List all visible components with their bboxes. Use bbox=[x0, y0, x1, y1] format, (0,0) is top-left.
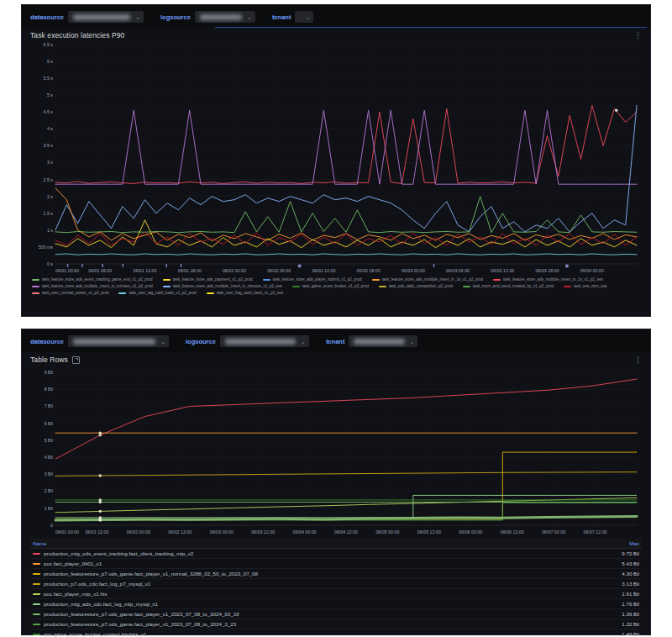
series-max-value: 9.70 Bil bbox=[622, 550, 639, 556]
column-header-max[interactable]: Max bbox=[629, 540, 639, 546]
legend-item[interactable]: task_user_tag_cash_back_v1_p2_prod bbox=[118, 291, 196, 295]
series-line bbox=[55, 105, 637, 183]
legend-color-dash bbox=[292, 286, 300, 287]
divider-accent bbox=[215, 27, 647, 28]
filter-label: tenant bbox=[272, 13, 291, 21]
table-row[interactable]: production_featurestore_p7.ods_game.fact… bbox=[30, 569, 642, 579]
table-row[interactable]: production_mtg_ads_cdc.fact_log_mtp_mysq… bbox=[30, 599, 642, 609]
legend-label: task_game_score_bucket_v1_p2_prod bbox=[302, 284, 369, 288]
series-table: Name Max production_mtg_ods_event_tracki… bbox=[30, 539, 642, 637]
panel-table-rows: datasource⌄logsource⌄tenant⌄ Table Rows … bbox=[21, 329, 651, 635]
table-row[interactable]: production_mtg_ods_event_tracking.fact_c… bbox=[30, 549, 642, 559]
redacted-text bbox=[200, 14, 242, 20]
svg-text:06/07 12:00: 06/07 12:00 bbox=[584, 529, 607, 534]
svg-text:3 s: 3 s bbox=[47, 160, 53, 165]
series-color-dash bbox=[33, 563, 40, 565]
svg-text:06/05 12:00: 06/05 12:00 bbox=[417, 529, 441, 534]
legend-label: task_feature_store_ads_multiple_insert_i… bbox=[173, 284, 282, 288]
series-table-header: Name Max bbox=[30, 539, 642, 549]
x-axis-labels: 06/01 00:0006/01 12:0006/02 00:0006/02 1… bbox=[55, 529, 607, 534]
series-line bbox=[55, 110, 637, 184]
svg-text:6 Bil: 6 Bil bbox=[45, 421, 53, 426]
svg-text:1 Bil: 1 Bil bbox=[45, 506, 53, 511]
table-row[interactable]: poc.fact_player_0401_v15.43 Bil bbox=[30, 559, 642, 569]
series-name: production_p7.ods_cdc.fact_log_p7_mysql_… bbox=[44, 581, 622, 587]
table-row[interactable]: production_featurestore_p7.ods_game.fact… bbox=[30, 619, 642, 629]
filter-value-redacted[interactable]: ⌄ bbox=[68, 335, 169, 347]
legend-item[interactable]: task_game_score_bucket_v1_p2_prod bbox=[292, 284, 369, 288]
legend-label: task_test_otzn_exp bbox=[574, 284, 607, 288]
legend-item[interactable]: task_feature_store_ads_event_tracking_ga… bbox=[32, 277, 153, 282]
panel-menu-icon[interactable]: ⋮ bbox=[634, 356, 642, 364]
series-max-value: 1.36 Bil bbox=[622, 611, 639, 617]
panel-link-icon[interactable] bbox=[72, 356, 80, 364]
filter-value-redacted[interactable]: ⌄ bbox=[68, 11, 144, 23]
legend-item[interactable]: task_feature_store_ads_multiple_insert_i… bbox=[372, 277, 484, 282]
filter-value-redacted[interactable]: ⌄ bbox=[220, 335, 309, 347]
legend-color-dash bbox=[372, 279, 380, 281]
series-max-value: 1.49 Bil bbox=[622, 631, 639, 637]
legend-color-dash bbox=[118, 292, 126, 294]
svg-text:6 s: 6 s bbox=[47, 59, 53, 64]
legend-color-dash bbox=[463, 286, 470, 287]
chevron-down-icon: ⌄ bbox=[305, 14, 310, 20]
table-row[interactable]: poc.game_score_bucket_context.hisdata_v1… bbox=[30, 629, 642, 637]
column-header-name[interactable]: Name bbox=[33, 540, 47, 546]
filter-label: datasource bbox=[30, 338, 64, 345]
svg-text:06/06 00:00: 06/06 00:00 bbox=[459, 529, 482, 534]
table-rows-chart[interactable]: 01 Bil2 Bil3 Bil4 Bil5 Bil6 Bil7 Bil8 Bi… bbox=[30, 366, 640, 536]
legend-label: task_user_flag_cash_back_v1_p2_test bbox=[217, 291, 283, 295]
legend-item[interactable]: task_test_otzn_exp bbox=[564, 284, 607, 288]
legend-item[interactable]: task_room_and_seed_created_by_v1_p2_prod bbox=[463, 284, 554, 288]
svg-text:2 s: 2 s bbox=[47, 194, 53, 199]
filter-value-redacted[interactable]: ⌄ bbox=[295, 11, 313, 23]
x-axis-labels: 06/01 00:0006/01 06:0006/01 12:0006/01 1… bbox=[55, 268, 604, 273]
chevron-down-icon: ⌄ bbox=[247, 14, 252, 20]
series-name: production_featurestore_p7.ods_game.fact… bbox=[44, 621, 622, 627]
series-name: poc.game_score_bucket_context.hisdata_v1 bbox=[44, 631, 622, 637]
filter-group: tenant⌄ bbox=[272, 11, 313, 23]
filter-group: tenant⌄ bbox=[326, 335, 418, 347]
panel-menu-icon[interactable]: ⋮ bbox=[634, 32, 642, 39]
svg-text:06/03 00:00: 06/03 00:00 bbox=[402, 268, 425, 273]
legend-item[interactable]: task_feature_store_ads_multiple_insert_i… bbox=[493, 277, 603, 282]
chevron-down-icon: ⌄ bbox=[135, 14, 140, 20]
svg-text:06/02 00:00: 06/02 00:00 bbox=[127, 529, 150, 534]
filter-value-redacted[interactable]: ⌄ bbox=[349, 335, 417, 347]
chevron-down-icon: ⌄ bbox=[410, 339, 415, 345]
svg-text:3.5 s: 3.5 s bbox=[44, 143, 54, 148]
svg-text:0 s: 0 s bbox=[47, 261, 53, 266]
svg-text:06/01 00:00: 06/01 00:00 bbox=[55, 529, 79, 534]
svg-text:06/03 18:00: 06/03 18:00 bbox=[536, 268, 559, 273]
svg-text:2 Bil: 2 Bil bbox=[45, 488, 53, 493]
legend-color-dash bbox=[263, 279, 270, 281]
y-axis-labels: 01 Bil2 Bil3 Bil4 Bil5 Bil6 Bil7 Bil8 Bi… bbox=[45, 370, 53, 528]
legend-item[interactable]: task_user_combat_power_v1_p2_prod bbox=[32, 291, 108, 295]
table-row[interactable]: poc.fact_player_mtp_v1.his1.61 Bil bbox=[30, 589, 642, 599]
svg-text:06/03 06:00: 06/03 06:00 bbox=[446, 268, 470, 273]
legend-label: task_feature_store_ads_multiple_insert_i… bbox=[42, 284, 153, 288]
legend-item[interactable]: task_user_flag_cash_back_v1_p2_test bbox=[207, 291, 283, 295]
svg-text:06/01 12:00: 06/01 12:00 bbox=[133, 268, 156, 273]
legend-item[interactable]: task_feature_store_ads_payment_v1_p2_pro… bbox=[163, 277, 253, 282]
filter-group: datasource⌄ bbox=[30, 11, 144, 23]
latency-chart[interactable]: 0 s500 ms1 s1.5 s2 s2.5 s3 s3.5 s4 s4.5 … bbox=[30, 41, 640, 275]
legend-label: task_feature_store_ads_payment_v1_p2_pro… bbox=[173, 277, 253, 282]
legend-item[interactable]: task_feature_store_ads_player_submit_v1_… bbox=[263, 277, 362, 282]
filter-value-redacted[interactable]: ⌄ bbox=[195, 11, 255, 23]
legend-item[interactable]: task_pds_daily_compaction_p2_prod bbox=[379, 284, 453, 288]
redacted-text bbox=[73, 14, 130, 20]
svg-text:06/02 12:00: 06/02 12:00 bbox=[168, 529, 192, 534]
legend-color-dash bbox=[32, 292, 39, 294]
redacted-text bbox=[354, 339, 404, 345]
legend-item[interactable]: task_feature_store_ads_multiple_insert_i… bbox=[163, 284, 282, 288]
legend-item[interactable]: task_feature_store_ads_multiple_insert_i… bbox=[32, 284, 153, 288]
legend-color-dash bbox=[493, 279, 501, 281]
grid-lines bbox=[55, 45, 637, 264]
panel-title: Task execution latencies P90 bbox=[30, 31, 124, 39]
legend-label: task_user_combat_power_v1_p2_prod bbox=[42, 291, 108, 295]
table-row[interactable]: production_featurestore_p7.ods_game.fact… bbox=[30, 609, 642, 619]
series-max-value: 1.32 Bil bbox=[622, 621, 639, 627]
svg-text:2.5 s: 2.5 s bbox=[44, 177, 54, 182]
table-row[interactable]: production_p7.ods_cdc.fact_log_p7_mysql_… bbox=[30, 579, 642, 589]
